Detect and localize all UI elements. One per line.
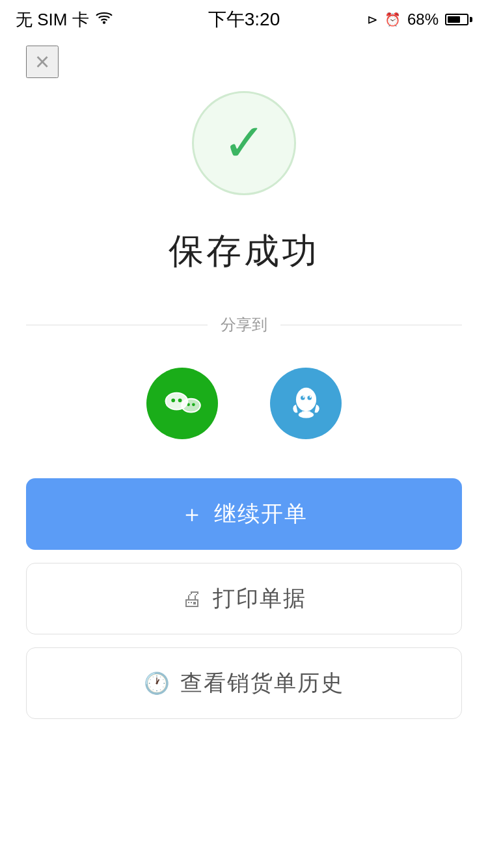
continue-order-label: 继续开单 (214, 499, 308, 529)
close-button[interactable]: × (26, 46, 59, 78)
checkmark-icon: ✓ (223, 117, 266, 169)
status-right: ⊳ ⏰ 68% (367, 10, 472, 29)
svg-point-13 (309, 396, 311, 398)
share-icons-row (146, 368, 342, 439)
clock-icon: 🕐 (144, 671, 171, 696)
wifi-icon (96, 9, 113, 31)
success-title: 保存成功 (169, 228, 319, 275)
share-section: 分享到 (0, 314, 488, 439)
svg-point-9 (295, 387, 316, 411)
print-button[interactable]: 🖨 打印单据 (26, 563, 462, 634)
battery-percentage: 68% (407, 10, 439, 29)
svg-point-0 (103, 21, 105, 23)
svg-point-11 (307, 396, 312, 400)
location-icon: ⊳ (367, 12, 378, 27)
close-icon: × (35, 49, 49, 74)
svg-point-3 (171, 398, 175, 402)
alarm-icon: ⏰ (385, 12, 401, 27)
plus-icon: ＋ (180, 498, 205, 530)
wechat-share-button[interactable] (146, 368, 218, 439)
history-label: 查看销货单历史 (180, 668, 344, 698)
status-left: 无 SIM 卡 (16, 8, 113, 31)
continue-order-button[interactable]: ＋ 继续开单 (26, 478, 462, 550)
success-circle: ✓ (192, 91, 296, 195)
svg-point-4 (178, 398, 182, 402)
status-bar: 无 SIM 卡 下午3:20 ⊳ ⏰ 68% (0, 0, 488, 39)
print-label: 打印单据 (213, 584, 306, 614)
carrier-label: 无 SIM 卡 (16, 8, 89, 31)
svg-point-10 (301, 396, 305, 400)
main-content: ✓ 保存成功 分享到 (0, 39, 488, 719)
share-divider-row: 分享到 (26, 314, 462, 335)
svg-rect-15 (302, 411, 310, 416)
divider-left (26, 325, 208, 325)
history-button[interactable]: 🕐 查看销货单历史 (26, 647, 462, 719)
svg-point-6 (192, 403, 195, 406)
qq-share-button[interactable] (270, 368, 342, 439)
divider-right (280, 325, 462, 325)
printer-icon: 🖨 (182, 587, 204, 611)
share-label: 分享到 (221, 314, 267, 335)
battery-icon (445, 14, 472, 25)
buttons-section: ＋ 继续开单 🖨 打印单据 🕐 查看销货单历史 (0, 478, 488, 719)
status-time: 下午3:20 (208, 7, 280, 32)
svg-point-12 (303, 396, 305, 398)
